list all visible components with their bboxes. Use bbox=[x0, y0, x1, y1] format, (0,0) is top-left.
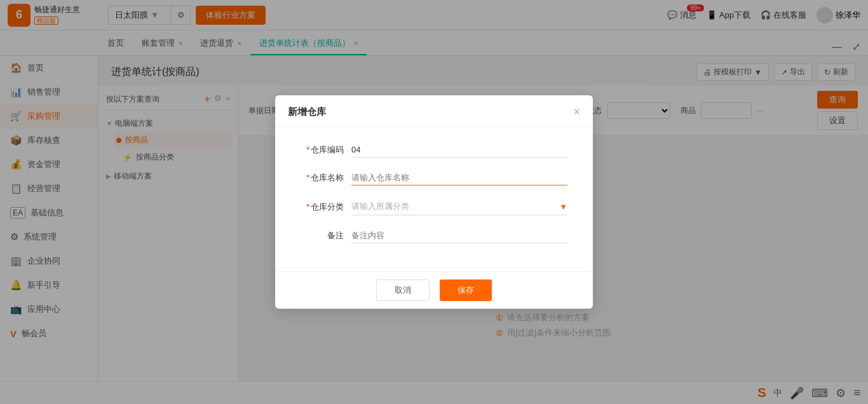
name-input[interactable] bbox=[351, 170, 567, 185]
modal-body: 仓库编码 仓库名称 仓库分类 请输入所属分类 ▼ 备注 bbox=[275, 127, 593, 271]
note-label: 备注 bbox=[301, 230, 351, 241]
category-label: 仓库分类 bbox=[301, 201, 351, 213]
name-label: 仓库名称 bbox=[301, 172, 351, 184]
modal-title: 新增仓库 bbox=[288, 106, 326, 118]
category-placeholder: 请输入所属分类 bbox=[351, 201, 409, 212]
modal-header: 新增仓库 × bbox=[275, 95, 593, 127]
modal-new-warehouse: 新增仓库 × 仓库编码 仓库名称 仓库分类 请输入所属分类 ▼ bbox=[275, 95, 593, 309]
code-input[interactable] bbox=[351, 142, 567, 158]
cancel-button[interactable]: 取消 bbox=[376, 279, 430, 301]
save-button[interactable]: 保存 bbox=[440, 279, 492, 301]
modal-footer: 取消 保存 bbox=[275, 271, 593, 309]
form-row-name: 仓库名称 bbox=[301, 170, 567, 185]
category-dropdown-icon: ▼ bbox=[559, 202, 567, 212]
note-input[interactable] bbox=[351, 228, 567, 243]
form-row-note: 备注 bbox=[301, 228, 567, 243]
form-row-category: 仓库分类 请输入所属分类 ▼ bbox=[301, 198, 567, 215]
form-row-code: 仓库编码 bbox=[301, 142, 567, 158]
modal-close-button[interactable]: × bbox=[573, 105, 580, 119]
code-label: 仓库编码 bbox=[301, 144, 351, 156]
modal-overlay: 新增仓库 × 仓库编码 仓库名称 仓库分类 请输入所属分类 ▼ bbox=[0, 0, 868, 404]
category-select[interactable]: 请输入所属分类 ▼ bbox=[351, 198, 567, 215]
